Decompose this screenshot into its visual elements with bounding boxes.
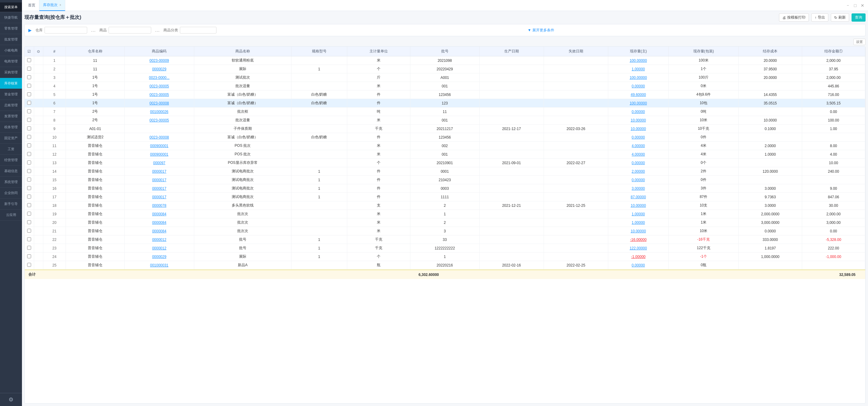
- row-code[interactable]: 0023-00005: [124, 91, 194, 99]
- sidebar-item-asset[interactable]: 资金管理: [0, 89, 22, 100]
- row-checkbox[interactable]: [25, 125, 34, 133]
- row-code[interactable]: 0000029: [124, 252, 194, 261]
- row-code[interactable]: 001000031: [124, 261, 194, 270]
- print-button[interactable]: 🖨 按模板打印: [779, 13, 809, 22]
- row-code[interactable]: [124, 125, 194, 133]
- search-arrow[interactable]: ▶: [28, 28, 32, 33]
- search-button[interactable]: 查询: [851, 13, 866, 22]
- row-qty-main[interactable]: 0.00000: [608, 82, 669, 91]
- row-qty-main[interactable]: 10.00000: [608, 116, 669, 125]
- row-code[interactable]: 000900001: [124, 142, 194, 150]
- sidebar-item-guide[interactable]: 新手引导: [0, 199, 22, 209]
- row-qty-main[interactable]: 3.00000: [608, 184, 669, 193]
- sidebar-item-cloud[interactable]: 云应用: [0, 209, 22, 221]
- row-code[interactable]: 0023-00009: [124, 56, 194, 65]
- sidebar-item-batch[interactable]: 批发管理: [0, 34, 22, 45]
- sidebar-item-invoice[interactable]: 发票管理: [0, 111, 22, 122]
- row-checkbox[interactable]: [25, 73, 34, 82]
- row-code[interactable]: 0000012: [124, 244, 194, 252]
- row-qty-main[interactable]: 10.00000: [608, 125, 669, 133]
- row-checkbox[interactable]: [25, 176, 34, 184]
- warehouse-dots[interactable]: …: [91, 27, 96, 33]
- row-qty-main[interactable]: 0.00000: [608, 107, 669, 116]
- sidebar-item-retail[interactable]: 零售管理: [0, 23, 22, 34]
- row-qty-main[interactable]: 100.00000: [608, 73, 669, 82]
- export-button[interactable]: ↑ 导出: [811, 13, 828, 22]
- row-checkbox[interactable]: [25, 210, 34, 218]
- row-checkbox[interactable]: [25, 227, 34, 235]
- row-qty-main[interactable]: 0.00000: [608, 261, 669, 270]
- row-code[interactable]: 0000017: [124, 176, 194, 184]
- maximize-button[interactable]: □: [852, 2, 858, 8]
- row-code[interactable]: 0023-00005: [124, 82, 194, 91]
- sidebar-item-basic[interactable]: 基础信息: [0, 166, 22, 177]
- row-code[interactable]: 000900001: [124, 150, 194, 159]
- row-code[interactable]: 0000078: [124, 201, 194, 210]
- row-qty-main[interactable]: 0.00000: [608, 159, 669, 167]
- row-qty-main[interactable]: 122.00000: [608, 244, 669, 252]
- row-checkbox[interactable]: [25, 133, 34, 142]
- sidebar-logo[interactable]: 搜索菜单: [0, 2, 22, 12]
- row-checkbox[interactable]: [25, 65, 34, 73]
- category-input[interactable]: [180, 27, 216, 34]
- row-checkbox[interactable]: [25, 252, 34, 261]
- row-qty-main[interactable]: 10.00000: [608, 227, 669, 235]
- sidebar-item-small-ecom[interactable]: 小账电商: [0, 45, 22, 56]
- settings-icon[interactable]: ⚙: [0, 393, 22, 406]
- expand-conditions[interactable]: ▼ 展开更多条件: [527, 28, 554, 33]
- sidebar-item-tax[interactable]: 税务管理: [0, 122, 22, 133]
- row-checkbox[interactable]: [25, 159, 34, 167]
- tab-close-button[interactable]: ×: [59, 3, 61, 7]
- sidebar-item-ecom[interactable]: 电商管理: [0, 56, 22, 67]
- row-checkbox[interactable]: [25, 184, 34, 193]
- row-checkbox[interactable]: [25, 107, 34, 116]
- row-qty-main[interactable]: 100.00000: [608, 99, 669, 107]
- close-window-button[interactable]: ✕: [860, 2, 866, 8]
- row-qty-main[interactable]: 100.00000: [608, 56, 669, 65]
- row-code[interactable]: 0000084: [124, 210, 194, 218]
- row-qty-main[interactable]: 4.00000: [608, 142, 669, 150]
- row-qty-main[interactable]: 10.00000: [608, 201, 669, 210]
- row-checkbox[interactable]: [25, 82, 34, 91]
- row-code[interactable]: 0000084: [124, 218, 194, 227]
- row-qty-main[interactable]: 2.00000: [608, 167, 669, 176]
- row-code[interactable]: 0000029: [124, 65, 194, 73]
- warehouse-input[interactable]: [44, 27, 87, 34]
- row-qty-main[interactable]: 0.00000: [608, 176, 669, 184]
- row-qty-main[interactable]: 1.00000: [608, 210, 669, 218]
- tab-home[interactable]: 首页: [24, 0, 39, 11]
- row-qty-main[interactable]: -1.00000: [608, 252, 669, 261]
- sidebar-item-quick-nav[interactable]: 快捷导航: [0, 12, 22, 23]
- row-checkbox[interactable]: [25, 116, 34, 125]
- row-code[interactable]: 0023-00008: [124, 99, 194, 107]
- sidebar-item-enterprise[interactable]: 企业协同: [0, 188, 22, 199]
- sidebar-item-total[interactable]: 总账管理: [0, 100, 22, 111]
- row-code[interactable]: 0000012: [124, 235, 194, 244]
- row-code[interactable]: 000097: [124, 159, 194, 167]
- row-qty-main[interactable]: 0.00000: [608, 133, 669, 142]
- row-checkbox[interactable]: [25, 218, 34, 227]
- row-code[interactable]: 0000084: [124, 227, 194, 235]
- tab-inventory-batch[interactable]: 库存批次 ×: [39, 0, 65, 11]
- row-checkbox[interactable]: [25, 142, 34, 150]
- sidebar-item-purchase[interactable]: 采购管理: [0, 67, 22, 78]
- row-qty-main[interactable]: 1.00000: [608, 218, 669, 227]
- row-checkbox[interactable]: [25, 201, 34, 210]
- minimize-button[interactable]: －: [845, 2, 851, 8]
- table-settings-button[interactable]: 设置: [854, 39, 866, 45]
- row-qty-main[interactable]: 4.00000: [608, 150, 669, 159]
- sidebar-item-salary[interactable]: 工资: [0, 144, 22, 155]
- row-checkbox[interactable]: [25, 261, 34, 270]
- sidebar-item-sys[interactable]: 系统管理: [0, 177, 22, 188]
- row-code[interactable]: 0000017: [124, 193, 194, 201]
- row-code[interactable]: 001000026: [124, 107, 194, 116]
- row-code[interactable]: 0023-00005: [124, 116, 194, 125]
- row-code[interactable]: 0000017: [124, 184, 194, 193]
- row-checkbox[interactable]: [25, 235, 34, 244]
- row-checkbox[interactable]: [25, 244, 34, 252]
- row-checkbox[interactable]: [25, 56, 34, 65]
- goods-input[interactable]: [108, 27, 151, 34]
- col-checkbox[interactable]: ☑: [25, 46, 34, 56]
- row-qty-main[interactable]: 1.00000: [608, 65, 669, 73]
- row-checkbox[interactable]: [25, 91, 34, 99]
